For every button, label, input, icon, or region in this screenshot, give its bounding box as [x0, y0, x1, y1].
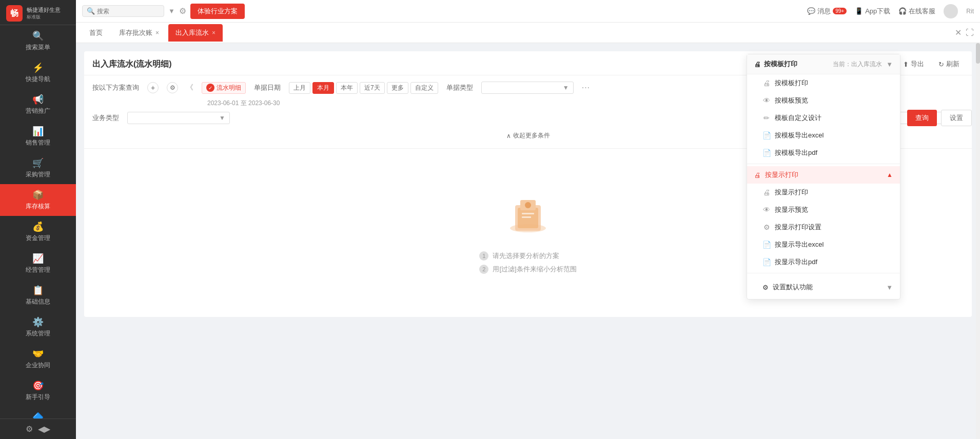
avatar[interactable]: [944, 4, 958, 18]
topbar-search-box[interactable]: 🔍: [82, 5, 164, 17]
basic-icon: 📋: [32, 285, 44, 296]
display-settings-icon: ⚙: [762, 223, 771, 231]
display-print-icon: 🖨: [762, 188, 771, 196]
date-label: 单据日期: [254, 83, 281, 92]
tab2-close-icon[interactable]: ×: [212, 29, 215, 36]
svg-point-4: [525, 202, 531, 208]
appcenter-icon: 🔷: [32, 412, 44, 418]
date-range-text: 2023-06-01 至 2023-06-30: [207, 99, 280, 108]
online-service-button[interactable]: 🎧 在线客服: [898, 7, 935, 16]
tabs-right-controls: ✕ ⛶: [955, 28, 974, 37]
date-last-7days-button[interactable]: 近7天: [360, 82, 385, 94]
sales-label: 销售管理: [26, 138, 50, 147]
filter-add-button[interactable]: +: [147, 82, 159, 93]
sidebar-item-sales[interactable]: 📊 销售管理: [0, 121, 76, 152]
window-maximize-button[interactable]: ⛶: [966, 28, 974, 37]
sidebar-item-finance[interactable]: 💰 资金管理: [0, 216, 76, 248]
tab-inventory-batch[interactable]: 库存批次账 ×: [112, 24, 166, 42]
business-type-select[interactable]: ▼: [127, 112, 230, 124]
dropdown-footer-default-func[interactable]: ⚙ 设置默认功能 ▼: [754, 280, 893, 295]
dropdown-item-template-preview[interactable]: 👁 按模板预览: [747, 92, 900, 109]
date-more-button[interactable]: 更多: [387, 82, 408, 94]
settings-button[interactable]: 设置: [941, 110, 972, 126]
operations-label: 经营管理: [26, 266, 50, 274]
date-current-year-button[interactable]: 本年: [336, 82, 358, 94]
app-badge: 标准版: [27, 14, 61, 21]
filter-label: 按以下方案查询: [92, 83, 139, 92]
sidebar-item-cooperation[interactable]: 🤝 企业协同: [0, 343, 76, 375]
search-input[interactable]: [97, 8, 160, 15]
sidebar-item-quicknav[interactable]: ⚡ 快捷导航: [0, 57, 76, 89]
business-type-arrow-icon: ▼: [219, 114, 225, 122]
filter-flow-detail-tag[interactable]: ✓ 流水明细: [202, 82, 246, 94]
dropdown-item-display-export-excel[interactable]: 📄 按显示导出excel: [747, 236, 900, 253]
voucher-type-arrow-icon: ▼: [563, 84, 569, 91]
quicknav-icon: ⚡: [32, 62, 44, 73]
page-title: 出入库流水(流水明细): [92, 59, 172, 70]
sidebar-item-system[interactable]: ⚙️ 系统管理: [0, 311, 76, 343]
app-download-button[interactable]: 📱 App下载: [855, 7, 890, 16]
date-custom-button[interactable]: 自定义: [410, 82, 438, 94]
tab1-close-icon[interactable]: ×: [155, 29, 159, 36]
messages-button[interactable]: 💬 消息 99+: [807, 7, 847, 16]
export-icon: ⬆: [903, 61, 909, 68]
export-button[interactable]: ⬆ 导出: [899, 57, 928, 71]
sidebar-item-inventory[interactable]: 📦 库存核算: [0, 184, 76, 216]
collapse-sidebar-icon[interactable]: ◀▶: [38, 424, 50, 434]
empty-icon: [502, 190, 554, 241]
tab-home[interactable]: 首页: [82, 24, 110, 42]
filter-collapse-button[interactable]: 《: [186, 83, 193, 92]
date-last-month-button[interactable]: 上月: [289, 82, 310, 94]
dropdown-item-display-preview[interactable]: 👁 按显示预览: [747, 201, 900, 218]
sidebar-nav: 🔍 搜索菜单 ⚡ 快捷导航 📢 营销推广 📊 销售管理 🛒 采购管理 📦 库存核…: [0, 25, 76, 418]
dropdown-footer: ⚙ 设置默认功能 ▼: [747, 275, 900, 299]
display-preview-icon: 👁: [762, 206, 771, 214]
tab-inout-flow[interactable]: 出入库流水 ×: [168, 24, 223, 42]
search-icon: 🔍: [32, 30, 44, 42]
empty-step-2: 2 用[过滤]条件来缩小分析范围: [479, 263, 576, 276]
voucher-type-select[interactable]: ▼: [481, 82, 574, 94]
svg-rect-5: [522, 213, 534, 214]
filter-settings-button[interactable]: ⚙: [167, 82, 178, 93]
dropdown-item-display-export-pdf[interactable]: 📄 按显示导出pdf: [747, 253, 900, 271]
dropdown-item-template-design[interactable]: ✏ 模板自定义设计: [747, 109, 900, 127]
window-close-button[interactable]: ✕: [955, 28, 962, 37]
industry-solution-button[interactable]: 体验行业方案: [190, 4, 245, 19]
dropdown-item-template-print[interactable]: 🖨 按模板打印: [747, 74, 900, 92]
search-icon: 🔍: [87, 7, 95, 15]
dropdown-item-display-settings[interactable]: ⚙ 按显示打印设置: [747, 218, 900, 236]
sidebar-item-purchase[interactable]: 🛒 采购管理: [0, 152, 76, 184]
flow-detail-icon: ✓: [206, 84, 214, 92]
date-current-month-button[interactable]: 本月: [312, 82, 334, 94]
sidebar-item-search[interactable]: 🔍 搜索菜单: [0, 25, 76, 57]
dropdown-item-template-export-pdf[interactable]: 📄 按模板导出pdf: [747, 144, 900, 162]
dropdown-header-arrow-icon[interactable]: ▼: [886, 61, 893, 68]
settings-icon[interactable]: ⚙: [26, 424, 33, 434]
sidebar-item-marketing[interactable]: 📢 营销推广: [0, 89, 76, 121]
sidebar-item-basic[interactable]: 📋 基础信息: [0, 280, 76, 311]
message-icon: 💬: [807, 7, 815, 15]
topbar-gear-icon[interactable]: ⚙: [179, 6, 186, 16]
scrollbar-thumb[interactable]: [976, 43, 980, 64]
template-preview-icon: 👁: [762, 96, 771, 105]
search-dropdown-arrow[interactable]: ▼: [168, 7, 175, 15]
dropdown-item-display-print[interactable]: 🖨 按显示打印: [747, 184, 900, 201]
display-pdf-icon: 📄: [762, 258, 771, 266]
svg-rect-6: [522, 216, 531, 218]
current-template-label: 当前：出入库流水: [833, 60, 882, 69]
dropdown-item-template-export-excel[interactable]: 📄 按模板导出excel: [747, 127, 900, 144]
sidebar-item-operations[interactable]: 📈 经营管理: [0, 248, 76, 280]
section2-arrow-icon[interactable]: ▲: [887, 171, 893, 178]
refresh-button[interactable]: ↻ 刷新: [934, 57, 964, 71]
sidebar-item-appcenter[interactable]: 🔷 应用中心: [0, 407, 76, 418]
purchase-label: 采购管理: [26, 170, 50, 179]
voucher-type-more-icon[interactable]: ···: [582, 83, 590, 92]
template-pdf-icon: 📄: [762, 149, 771, 157]
app-title: 畅捷通好生意: [27, 6, 61, 14]
purchase-icon: 🛒: [32, 157, 44, 169]
query-button[interactable]: 查询: [907, 110, 937, 126]
dropdown-section2-header[interactable]: 🖨 按显示打印 ▲: [747, 166, 900, 184]
template-design-icon: ✏: [762, 114, 771, 122]
scrollbar-right[interactable]: [976, 43, 980, 439]
sidebar-item-guide[interactable]: 🎯 新手引导: [0, 375, 76, 407]
